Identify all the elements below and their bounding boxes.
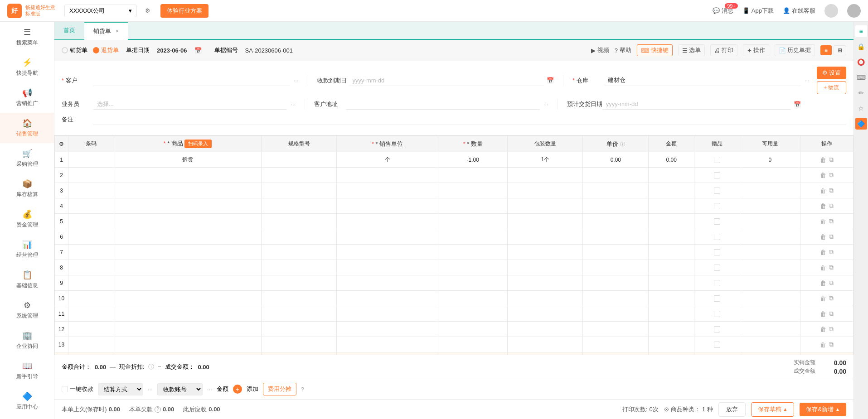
due-date-input[interactable]: [349, 75, 544, 86]
expected-date-calendar-icon[interactable]: 📅: [794, 101, 801, 108]
panel-lock-icon[interactable]: 🔒: [855, 41, 867, 53]
gift-checkbox[interactable]: [714, 342, 720, 348]
user-avatar-2[interactable]: [847, 4, 861, 18]
calendar-icon[interactable]: 📅: [194, 47, 202, 54]
gift-checkbox[interactable]: [714, 234, 720, 240]
list-view-btn[interactable]: ≡: [820, 45, 832, 55]
row-amount[interactable]: 0.00: [649, 152, 694, 168]
sidebar-item-apps[interactable]: 🔷 应用中心: [0, 386, 54, 416]
addr-dots-btn[interactable]: ···: [543, 101, 548, 108]
delete-icon[interactable]: 🗑: [820, 233, 826, 241]
gift-checkbox[interactable]: [714, 295, 720, 302]
gift-checkbox[interactable]: [714, 249, 720, 255]
gift-checkbox[interactable]: [714, 311, 720, 317]
delete-icon[interactable]: 🗑: [820, 326, 826, 333]
row-quantity[interactable]: -1.00: [438, 152, 508, 168]
delete-icon[interactable]: 🗑: [820, 156, 826, 164]
radio-return-order[interactable]: 退货单: [93, 46, 119, 54]
sidebar-item-wechat[interactable]: 💬 企业微信: [0, 416, 54, 419]
copy-icon[interactable]: ⧉: [829, 171, 834, 179]
history-button[interactable]: 📄 历史单据: [775, 44, 815, 56]
tab-sales-order[interactable]: 销货单 ×: [84, 22, 128, 40]
row-gift[interactable]: [694, 152, 740, 168]
company-selector[interactable]: XXXXXX公司 ▾: [64, 5, 137, 17]
panel-circle-icon[interactable]: ⭕: [855, 56, 867, 68]
gift-checkbox[interactable]: [714, 203, 720, 209]
user-avatar[interactable]: [824, 4, 838, 18]
delete-icon[interactable]: 🗑: [820, 249, 826, 256]
delete-icon[interactable]: 🗑: [820, 264, 826, 271]
sidebar-item-inventory[interactable]: 📦 库存核算: [0, 173, 54, 204]
settings-icon[interactable]: ⚙: [141, 4, 155, 18]
sidebar-item-operation[interactable]: 📊 经营管理: [0, 234, 54, 265]
col-settings-header[interactable]: ⚙: [55, 136, 68, 152]
one-key-checkbox[interactable]: [62, 386, 68, 392]
copy-icon[interactable]: ⧉: [829, 294, 834, 302]
row-unit-price[interactable]: 0.00: [583, 152, 649, 168]
copy-icon[interactable]: ⧉: [829, 310, 834, 318]
online-service-button[interactable]: 👤 在线客服: [783, 7, 815, 15]
panel-edit-icon[interactable]: ✏: [855, 87, 867, 99]
remark-input[interactable]: [93, 114, 846, 125]
delete-icon[interactable]: 🗑: [820, 279, 826, 287]
video-action[interactable]: ▶ 视频: [591, 46, 609, 54]
delete-icon[interactable]: 🗑: [820, 202, 826, 210]
delete-icon[interactable]: 🗑: [820, 295, 826, 302]
trial-button[interactable]: 体验行业方案: [160, 4, 209, 18]
gift-checkbox[interactable]: [714, 157, 720, 163]
panel-star-icon[interactable]: ☆: [855, 102, 867, 114]
delete-icon[interactable]: 🗑: [820, 310, 826, 318]
row-pack-qty[interactable]: 1个: [508, 152, 583, 168]
price-info-icon[interactable]: ⓘ: [620, 141, 625, 147]
gift-checkbox[interactable]: [714, 326, 720, 332]
sidebar-item-system[interactable]: ⚙ 系统管理: [0, 295, 54, 325]
row-unit[interactable]: 个: [337, 152, 438, 168]
save-draft-button[interactable]: 保存草稿 ▲: [751, 402, 795, 417]
fee-help-icon[interactable]: ?: [301, 386, 304, 393]
scan-button[interactable]: 扫码录入: [184, 140, 212, 148]
help-action[interactable]: ? 帮助: [615, 46, 631, 54]
tab-close-icon[interactable]: ×: [116, 28, 119, 34]
warehouse-input[interactable]: [604, 75, 801, 86]
gift-checkbox[interactable]: [714, 218, 720, 225]
copy-icon[interactable]: ⧉: [829, 264, 834, 271]
panel-list-icon[interactable]: ≡: [855, 25, 867, 37]
sidebar-item-purchase[interactable]: 🛒 采购管理: [0, 143, 54, 173]
expected-date-input[interactable]: [602, 99, 791, 110]
debit-help-icon[interactable]: ?: [155, 406, 161, 413]
customer-addr-input[interactable]: [346, 99, 539, 110]
panel-keyboard-icon[interactable]: ⌨: [855, 72, 867, 83]
app-download-button[interactable]: 📱 App下载: [742, 7, 774, 15]
shortcut-button[interactable]: ⌨ 快捷键: [637, 44, 673, 56]
setup-button[interactable]: ⚙ 设置: [817, 67, 846, 79]
sidebar-item-search[interactable]: ☰ 搜索菜单: [0, 22, 54, 52]
gift-checkbox[interactable]: [714, 265, 720, 271]
method-dots[interactable]: ···: [148, 386, 153, 393]
logistics-button[interactable]: + 物流: [817, 81, 846, 94]
copy-icon[interactable]: ⧉: [829, 202, 834, 210]
gift-checkbox[interactable]: [714, 188, 720, 194]
copy-icon[interactable]: ⧉: [829, 233, 834, 241]
payment-method-select[interactable]: 结算方式: [98, 383, 143, 395]
copy-icon[interactable]: ⧉: [829, 217, 834, 225]
sidebar-item-sales[interactable]: 🏠 销售管理: [0, 113, 54, 143]
tab-home[interactable]: 首页: [54, 22, 84, 39]
panel-orange-icon[interactable]: 🔷: [855, 118, 867, 130]
save-new-button[interactable]: 保存&新增 ▲: [800, 403, 846, 416]
fee-split-button[interactable]: 费用分摊: [263, 383, 296, 395]
message-button[interactable]: 💬 消息 99+: [713, 7, 733, 15]
row-barcode[interactable]: [68, 152, 114, 168]
copy-icon[interactable]: ⧉: [829, 279, 834, 287]
sidebar-item-guide[interactable]: 📖 新手引导: [0, 356, 54, 386]
customer-input[interactable]: [93, 75, 290, 86]
sidebar-item-basic[interactable]: 📋 基础信息: [0, 265, 54, 295]
account-select[interactable]: 收款账号: [157, 383, 203, 395]
radio-sales-order[interactable]: 销货单: [62, 46, 87, 54]
account-dots[interactable]: ···: [207, 386, 212, 393]
discard-button[interactable]: 放弃: [718, 402, 746, 417]
copy-icon[interactable]: ⧉: [829, 187, 834, 194]
copy-icon[interactable]: ⧉: [829, 156, 834, 164]
gift-checkbox[interactable]: [714, 172, 720, 178]
sidebar-item-collab[interactable]: 🏢 企业协同: [0, 325, 54, 356]
grid-view-btn[interactable]: ⊞: [834, 45, 846, 55]
